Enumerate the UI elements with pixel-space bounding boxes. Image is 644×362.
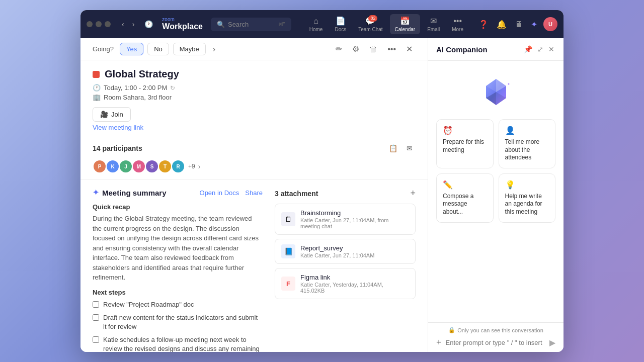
- add-attachment-button[interactable]: +: [410, 188, 416, 199]
- search-text: Search: [228, 21, 249, 28]
- content-layout: Going? Yes No Maybe › ✏ ⚙ 🗑 ••• ✕: [80, 38, 564, 352]
- rsvp-yes-button[interactable]: Yes: [120, 43, 143, 55]
- quick-recap-text: During the Global Strategy meeting, the …: [93, 214, 263, 283]
- attachments-title: 3 attachment: [275, 190, 318, 198]
- event-time: Today, 1:00 - 2:00 PM: [104, 84, 167, 92]
- attachment-report-survey[interactable]: 📘 Report_survey Katie Carter, Jun 27, 11…: [275, 239, 416, 264]
- delete-event-button[interactable]: 🗑: [366, 43, 380, 56]
- attachment-brainstorming[interactable]: 🗒 Brainstorming Katie Carter, Jun 27, 11…: [275, 204, 416, 235]
- nav-item-calendar[interactable]: 📅 Calendar: [390, 14, 421, 34]
- compose-icon: ✏️: [443, 180, 487, 190]
- email-participants-button[interactable]: ✉: [404, 142, 416, 154]
- next-step-2-label: Draft new content for the status indicat…: [103, 313, 263, 331]
- home-icon: ⌂: [313, 17, 318, 26]
- two-column-layout: ✦ Meeting summary Open in Docs Share Qui…: [80, 180, 428, 352]
- ai-sparkle-summary-icon: ✦: [93, 188, 99, 197]
- participants-expand-chevron[interactable]: ›: [198, 162, 201, 170]
- meeting-summary-column: ✦ Meeting summary Open in Docs Share Qui…: [93, 188, 263, 352]
- ai-expand-button[interactable]: ⤢: [536, 44, 544, 54]
- zoom-label: zoom: [162, 17, 203, 22]
- ai-companion-title: AI Companion: [436, 45, 488, 54]
- avatar-1: P: [93, 159, 107, 173]
- prepare-icon: ⏰: [443, 126, 487, 135]
- close-event-button[interactable]: ✕: [403, 42, 416, 56]
- avatar-3: J: [119, 159, 133, 173]
- ai-header-actions: 📌 ⤢ ✕: [523, 44, 555, 54]
- ai-suggestion-attendees[interactable]: 👤 Tell me more about the attendees: [499, 119, 556, 168]
- dot-2: [96, 21, 102, 27]
- nav-back-forward[interactable]: ‹ ›: [119, 18, 137, 30]
- ai-sparkle-button[interactable]: ✦: [529, 18, 539, 31]
- brainstorming-icon: 🗒: [281, 212, 295, 226]
- event-title: Global Strategy: [105, 68, 179, 80]
- settings-event-button[interactable]: ⚙: [349, 42, 362, 56]
- join-label: Join: [111, 111, 123, 118]
- nav-back-button[interactable]: ‹: [119, 18, 127, 30]
- rsvp-bar: Going? Yes No Maybe › ✏ ⚙ 🗑 ••• ✕: [80, 38, 428, 60]
- attendees-text: Tell me more about the attendees: [505, 138, 549, 162]
- notifications-button[interactable]: 🔔: [495, 18, 509, 31]
- event-meta: 🕐 Today, 1:00 - 2:00 PM ↻ 🏢 Room Sahara,…: [93, 84, 416, 101]
- video-icon: 🎥: [100, 111, 108, 118]
- edit-event-button[interactable]: ✏: [333, 42, 345, 56]
- figma-info: Figma link Katie Carter, Yesterday, 11:0…: [300, 274, 409, 294]
- rsvp-maybe-button[interactable]: Maybe: [173, 43, 206, 55]
- ai-prompt-input[interactable]: [446, 339, 545, 346]
- attachment-figma-link[interactable]: F Figma link Katie Carter, Yesterday, 11…: [275, 268, 416, 299]
- ai-suggestion-compose[interactable]: ✏️ Compose a message about...: [436, 173, 494, 223]
- rsvp-expand-button[interactable]: ›: [210, 43, 218, 56]
- nav-item-email[interactable]: ✉ Email: [422, 14, 445, 34]
- svg-point-5: [505, 79, 508, 82]
- nav-forward-button[interactable]: ›: [129, 18, 138, 30]
- next-step-2-checkbox[interactable]: [93, 314, 99, 321]
- nav-item-team-chat[interactable]: 💬82 Team Chat: [353, 14, 387, 34]
- meeting-summary-title: ✦ Meeting summary: [93, 188, 167, 197]
- next-step-3-checkbox[interactable]: [93, 336, 99, 343]
- search-bar[interactable]: 🔍 Search ⌘F: [211, 18, 291, 31]
- ai-suggestion-agenda[interactable]: 💡 Help me write an agenda for this meeti…: [499, 173, 556, 223]
- figma-meta: Katie Carter, Yesterday, 11:04AM, 415.02…: [300, 282, 409, 294]
- rsvp-no-button[interactable]: No: [147, 43, 169, 55]
- figma-icon: F: [281, 277, 295, 291]
- ai-pin-button[interactable]: 📌: [523, 44, 533, 54]
- team-chat-icon: 💬82: [365, 16, 375, 26]
- participants-count: 14 participants: [93, 144, 142, 152]
- user-avatar[interactable]: U: [543, 17, 557, 31]
- open-in-docs-button[interactable]: Open in Docs: [200, 189, 239, 197]
- ai-send-button[interactable]: ▶: [549, 338, 555, 347]
- more-icon: •••: [453, 17, 462, 26]
- main-content: Going? Yes No Maybe › ✏ ⚙ 🗑 ••• ✕: [80, 38, 428, 352]
- clock-icon: 🕐: [93, 84, 101, 92]
- svg-point-6: [508, 83, 509, 85]
- workplace-label: Workplace: [162, 22, 203, 31]
- avatar-7: R: [171, 159, 185, 173]
- ai-close-button[interactable]: ✕: [547, 44, 555, 54]
- more-label: More: [452, 27, 463, 32]
- nav-item-docs[interactable]: 📄 Docs: [330, 14, 351, 34]
- copy-participants-button[interactable]: 📋: [386, 142, 400, 154]
- repeat-icon: ↻: [170, 84, 175, 92]
- more-event-button[interactable]: •••: [384, 43, 399, 56]
- nav-item-more[interactable]: ••• More: [447, 15, 468, 34]
- ai-privacy-note: 🔒 Only you can see this conversation: [436, 327, 555, 333]
- ai-panel-header: AI Companion 📌 ⤢ ✕: [428, 38, 564, 61]
- view-meeting-link[interactable]: View meeting link: [93, 124, 143, 131]
- next-step-1-checkbox[interactable]: [93, 301, 99, 308]
- calendar-icon: 📅: [400, 16, 410, 26]
- event-color-indicator: [93, 71, 100, 78]
- share-button[interactable]: Share: [245, 189, 263, 197]
- join-meeting-button[interactable]: 🎥 Join: [93, 107, 131, 122]
- compose-text: Compose a message about...: [443, 193, 487, 216]
- history-button[interactable]: 🕐: [141, 18, 156, 30]
- ai-suggestion-prepare[interactable]: ⏰ Prepare for this meeting: [436, 119, 494, 168]
- ai-add-context-button[interactable]: +: [436, 337, 442, 348]
- ai-panel-footer: 🔒 Only you can see this conversation + ▶: [428, 322, 564, 352]
- help-button[interactable]: ❓: [476, 18, 491, 31]
- screen-share-button[interactable]: 🖥: [513, 18, 525, 31]
- ai-gem-icon: [481, 77, 511, 107]
- docs-icon: 📄: [336, 16, 346, 26]
- meeting-summary-actions: Open in Docs Share: [200, 189, 263, 197]
- nav-item-home[interactable]: ⌂ Home: [304, 15, 328, 34]
- avatar-5: S: [145, 159, 159, 173]
- attendees-icon: 👤: [505, 126, 549, 135]
